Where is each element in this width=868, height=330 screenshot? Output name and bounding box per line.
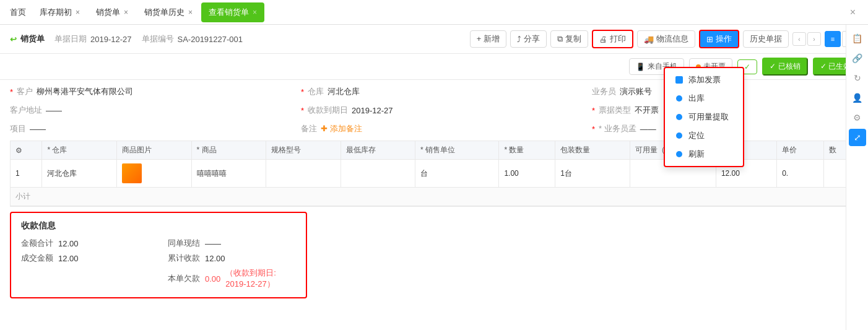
operations-icon: ⊞ [706,35,713,44]
salesperson-value: 演示账号 [620,86,652,97]
row-index: 1 [11,160,42,188]
share-button[interactable]: ⤴ 分享 [510,30,547,48]
view-list-button[interactable]: ≡ [825,31,841,47]
available-qty-item[interactable]: 可用量提取 [665,108,743,126]
tab-home[interactable]: 首页 [5,7,31,18]
sub-header: ↩ 销货单 单据日期 2019-12-27 单据编号 SA-20191227-0… [0,25,868,54]
square-icon [675,76,683,84]
toolbar-right: + 新增 ⤴ 分享 ⧉ 复制 🖨 打印 🚚 物流信息 ⊞ 操作 历史单据 [470,30,858,48]
same-order-value: —— [205,239,221,248]
copy-button[interactable]: ⧉ 复制 [550,30,588,48]
warehouse-value: 河北仓库 [328,86,360,97]
address-field: 客户地址 —— [10,105,276,116]
salesperson2-required: * [592,124,595,134]
col-quantity: * 数量 [499,141,555,160]
deal-amount-item: 成交金额 12.00 [21,253,149,264]
verified-cancel-button[interactable]: ✓ 已核销 [762,58,807,76]
outbound-icon [675,94,684,103]
sidebar-settings-icon[interactable]: ⚙ [849,109,866,126]
doc-date-label: 单据日期 [54,33,87,45]
col-min-stock: 最低库存 [341,141,415,160]
tab-sales-close[interactable]: × [124,8,128,17]
nav-arrows: ‹ › [792,32,821,46]
payment-date-required: * [301,106,304,115]
project-field: 项目 —— [10,123,276,134]
address-value: —— [46,106,62,115]
payment-grid: 金额合计 12.00 同单现结 —— 成交金额 12.00 累计收款 12.00… [21,238,296,290]
customer-field: * 客户 柳州粤港平安气体有限公司 [10,86,276,97]
outbound-item[interactable]: 出库 [665,89,743,108]
doc-number-value: SA-20191227-001 [178,35,243,44]
share-icon: ⤴ [517,35,521,44]
refresh-label: 刷新 [688,149,705,160]
outbound-label: 出库 [688,93,705,104]
print-button[interactable]: 🖨 打印 [592,30,633,48]
sidebar-expand-icon[interactable]: ⤢ [849,129,866,146]
deal-amount-value: 12.00 [58,254,79,263]
invoice-value: 不开票 [635,105,659,116]
row-package-qty: 1台 [555,160,630,188]
doc-title-text: 销货单 [20,33,45,45]
refresh-item[interactable]: 刷新 [665,145,743,163]
deal-amount-label: 成交金额 [21,253,53,264]
row-warehouse: 河北仓库 [42,160,117,188]
total-amount-value: 12.00 [58,239,79,248]
logistics-icon: 🚚 [644,35,654,44]
col-spec: 规格型号 [266,141,341,160]
next-button[interactable]: › [807,32,821,46]
cumulative-item: 累计收款 12.00 [168,253,296,264]
payment-title: 收款信息 [21,220,296,232]
salesperson-label: 业务员 [592,86,616,97]
sidebar-link-icon[interactable]: 🔗 [849,50,866,67]
circle-icon-3 [676,132,682,139]
warehouse-required: * [301,87,304,97]
tab-sales-history-close[interactable]: × [188,8,193,17]
cumulative-value: 12.00 [205,254,225,263]
remark-label: 备注 [301,123,317,134]
refresh-icon [675,150,684,158]
doc-title: ↩ 销货单 [10,33,45,45]
add-remark-button[interactable]: ✚ 添加备注 [321,123,362,134]
tab-view-sales-close[interactable]: × [253,8,257,17]
tab-inventory[interactable]: 库存期初 × [32,2,87,22]
row-min-stock [341,160,415,188]
circle-icon-2 [676,114,682,120]
row-quantity: 1.00 [499,160,555,188]
tab-view-sales[interactable]: 查看销货单 × [201,2,264,22]
sidebar-refresh-icon[interactable]: ↻ [849,69,866,87]
row-product-img [117,160,192,188]
sidebar-document-icon[interactable]: 📋 [849,30,866,47]
tab-inventory-close[interactable]: × [76,8,80,17]
address-label: 客户地址 [10,105,42,116]
location-item[interactable]: 定位 [665,126,743,145]
tab-bar: 首页 库存期初 × 销货单 × 销货单历史 × 查看销货单 × × [0,0,868,25]
total-amount-item: 金额合计 12.00 [21,238,149,249]
copy-icon: ⧉ [557,34,563,44]
doc-date-value: 2019-12-27 [90,35,132,44]
product-image [122,163,142,183]
operations-dropdown: 添加发票 出库 可用量提取 定位 刷新 [664,67,744,167]
payment-box: 收款信息 金额合计 12.00 同单现结 —— 成交金额 12.00 累计收款 … [10,212,307,298]
available-qty-label: 可用量提取 [688,111,729,123]
row-price: 0. [777,160,824,188]
col-settings[interactable]: ⚙ [11,141,42,160]
sidebar-user-icon[interactable]: 👤 [849,89,866,106]
doc-icon: ↩ [10,35,17,44]
operations-button[interactable]: ⊞ 操作 [699,30,739,48]
history-button[interactable]: 历史单据 [743,30,789,48]
due-label: 本单欠款 [168,273,200,284]
customer-required: * [10,87,13,97]
new-button[interactable]: + 新增 [470,30,506,48]
circle-icon-4 [676,151,682,157]
effective-icon: ✓ [820,62,827,71]
customer-label: 客户 [17,86,33,97]
total-amount-label: 金额合计 [21,238,53,249]
tab-sales-history-label: 销货单历史 [144,7,184,18]
tab-sales-history[interactable]: 销货单历史 × [137,2,200,22]
add-invoice-icon [675,76,684,84]
prev-button[interactable]: ‹ [792,32,806,46]
logistics-button[interactable]: 🚚 物流信息 [637,30,695,48]
global-close-button[interactable]: × [843,7,863,18]
add-invoice-item[interactable]: 添加发票 [665,71,743,89]
tab-sales[interactable]: 销货单 × [89,2,136,22]
